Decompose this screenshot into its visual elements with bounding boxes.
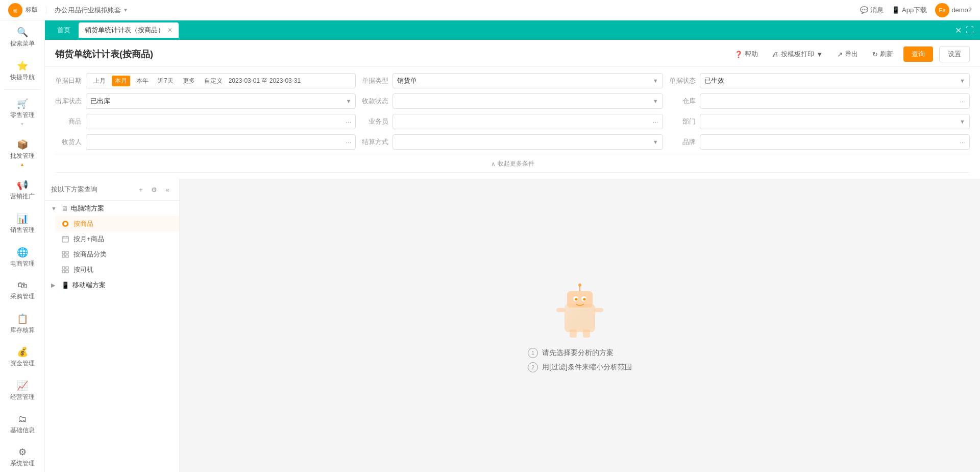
order-type-value: 销货单 (397, 76, 417, 85)
tree-child-by-scanner[interactable]: 按司机 (55, 262, 179, 277)
date-btn-7days[interactable]: 近7天 (155, 76, 177, 86)
step-1-text: 请先选择要分析的方案 (542, 348, 614, 358)
date-btn-last-month[interactable]: 上月 (90, 76, 109, 86)
collapse-bar[interactable]: ∧ 收起更多条件 (55, 155, 970, 173)
tree-child-by-product-label: 按商品 (74, 219, 93, 228)
message-action[interactable]: 💬 消息 (860, 6, 884, 15)
recipient-input[interactable]: ··· (86, 134, 356, 150)
date-btn-this-month[interactable]: 本月 (112, 76, 130, 86)
salesperson-input[interactable]: ··· (393, 114, 663, 129)
svg-rect-14 (62, 270, 65, 273)
payment-status-select[interactable]: ▼ (393, 93, 663, 109)
logo-icon: 畅 (8, 3, 22, 17)
sidebar-item-inventory[interactable]: 📋 库存核算 (0, 307, 44, 341)
warehouse-input[interactable]: ··· (700, 93, 970, 109)
department-label: 部门 (669, 117, 696, 126)
sidebar-item-marketing[interactable]: 📢 营销推广 (0, 173, 44, 207)
retail-icon: 🛒 (17, 98, 28, 109)
empty-step-2: 2 用[过滤]条件来缩小分析范围 (528, 362, 632, 372)
tree-child-by-category-label: 按商品分类 (74, 250, 107, 259)
print-icon: 🖨 (772, 51, 779, 58)
sidebar-item-retail[interactable]: 🛒 零售管理 ▼ (0, 92, 44, 133)
date-filter-control[interactable]: 上月 本月 本年 近7天 更多 自定义 2023-03-01 至 2023-03… (86, 73, 356, 88)
export-button[interactable]: ↗ 导出 (833, 48, 862, 61)
sidebar-item-wholesale[interactable]: 📦 批发管理 ▲ (0, 133, 44, 174)
tree-add-button[interactable]: + (135, 184, 146, 195)
svg-rect-10 (62, 255, 65, 257)
sidebar-item-purchase[interactable]: 🛍 采购管理 (0, 274, 44, 307)
sidebar-label-ecommerce: 电商管理 (10, 260, 35, 268)
tree-child-by-product[interactable]: 按商品 (55, 216, 179, 231)
sidebar-label-purchase: 采购管理 (10, 293, 35, 301)
query-button[interactable]: 查询 (903, 46, 933, 62)
settings-button[interactable]: 设置 (939, 46, 970, 62)
refresh-icon: ↻ (872, 51, 878, 58)
sidebar-item-quick-nav[interactable]: ⭐ 快捷导航 (0, 54, 44, 88)
calendar-icon (61, 235, 69, 243)
app-download-icon: 📱 (892, 6, 900, 14)
logo-area: 畅 标版 (8, 3, 38, 17)
wholesale-chevron-icon: ▲ (20, 162, 24, 167)
avatar: Ea (935, 3, 949, 17)
sidebar-item-operations[interactable]: 📈 经营管理 (0, 374, 44, 408)
order-type-select[interactable]: 销货单 ▼ (393, 73, 663, 88)
tab-close-icon[interactable]: ✕ (167, 27, 173, 34)
filter-product: 商品 ··· (55, 114, 356, 129)
department-select[interactable]: ▼ (700, 114, 970, 129)
filter-payment-status: 收款状态 ▼ (362, 93, 663, 109)
order-status-select[interactable]: 已生效 ▼ (700, 73, 970, 88)
sidebar-item-sales[interactable]: 📊 销售管理 (0, 207, 44, 241)
retail-chevron-icon: ▼ (20, 122, 24, 127)
brand-input[interactable]: ··· (700, 134, 970, 150)
filter-row-2: 出库状态 已出库 ▼ 收款状态 ▼ 仓库 (55, 93, 970, 109)
refresh-label: 刷新 (880, 50, 893, 59)
sidebar-item-system[interactable]: ⚙ 系统管理 (0, 440, 44, 472)
help-button[interactable]: ❓ 帮助 (730, 48, 762, 61)
sidebar-item-search[interactable]: 🔍 搜索菜单 (0, 20, 44, 54)
workspace-selector[interactable]: 办公用品行业模拟账套 ▼ (55, 6, 128, 15)
tree-child-by-month-product[interactable]: 按月+商品 (55, 231, 179, 247)
svg-rect-9 (66, 251, 68, 254)
filter-section: 单据日期 上月 本月 本年 近7天 更多 自定义 2023-03-01 至 20… (45, 67, 980, 179)
recipient-dots: ··· (346, 138, 351, 146)
tree-node-mobile-row[interactable]: ▶ 📱 移动端方案 (45, 277, 179, 293)
sidebar-item-ecommerce[interactable]: 🌐 电商管理 (0, 241, 44, 274)
sidebar-label-retail: 零售管理 (10, 111, 35, 120)
tree-panel-title: 按以下方案查询 (51, 185, 97, 194)
tab-home[interactable]: 首页 (51, 22, 77, 38)
sidebar-label-inventory: 库存核算 (10, 326, 35, 335)
sidebar-item-finance[interactable]: 💰 资金管理 (0, 340, 44, 374)
export-label: 导出 (845, 50, 858, 59)
svg-rect-4 (62, 237, 68, 242)
filter-row-1: 单据日期 上月 本月 本年 近7天 更多 自定义 2023-03-01 至 20… (55, 73, 970, 88)
tree-settings-button[interactable]: ⚙ (149, 184, 160, 195)
tab-close-window-icon[interactable]: ✕ (955, 26, 962, 35)
refresh-button[interactable]: ↻ 刷新 (868, 48, 897, 61)
app-download-action[interactable]: 📱 App下载 (892, 6, 927, 15)
tree-child-by-category[interactable]: 按商品分类 (55, 247, 179, 262)
date-btn-this-year[interactable]: 本年 (133, 76, 152, 86)
tab-fullscreen-icon[interactable]: ⛶ (966, 26, 974, 35)
tree-child-by-scanner-label: 按司机 (74, 265, 93, 274)
warehouse-status-select[interactable]: 已出库 ▼ (86, 93, 356, 109)
date-btn-custom[interactable]: 自定义 (201, 76, 226, 86)
tree-collapse-button[interactable]: « (162, 184, 173, 195)
settlement-select[interactable]: ▼ (393, 134, 663, 150)
tab-sales-stat[interactable]: 销货单统计计表（按商品） ✕ (79, 22, 179, 38)
sidebar-label-system: 系统管理 (10, 460, 35, 468)
filter-row-3: 商品 ··· 业务员 ··· 部门 ▼ (55, 114, 970, 129)
sidebar-item-basic-info[interactable]: 🗂 基础信息 (0, 408, 44, 441)
recipient-label: 收货人 (55, 137, 82, 147)
template-print-button[interactable]: 🖨 按模板打印 ▼ (768, 48, 827, 61)
sidebar-label-quick-nav: 快捷导航 (10, 74, 35, 82)
date-btn-more[interactable]: 更多 (180, 76, 198, 86)
tree-node-pc-row[interactable]: ▼ 🖥 电脑端方案 (45, 201, 179, 216)
user-area[interactable]: Ea demo2 (935, 3, 972, 17)
step-1-num: 1 (528, 348, 538, 358)
message-label: 消息 (870, 6, 884, 15)
sidebar-label-finance: 资金管理 (10, 360, 35, 368)
tree-children-pc: 按商品 按月+商品 (45, 216, 179, 277)
radio-active-icon (61, 220, 69, 228)
svg-rect-26 (570, 329, 577, 338)
product-input[interactable]: ··· (86, 114, 356, 129)
